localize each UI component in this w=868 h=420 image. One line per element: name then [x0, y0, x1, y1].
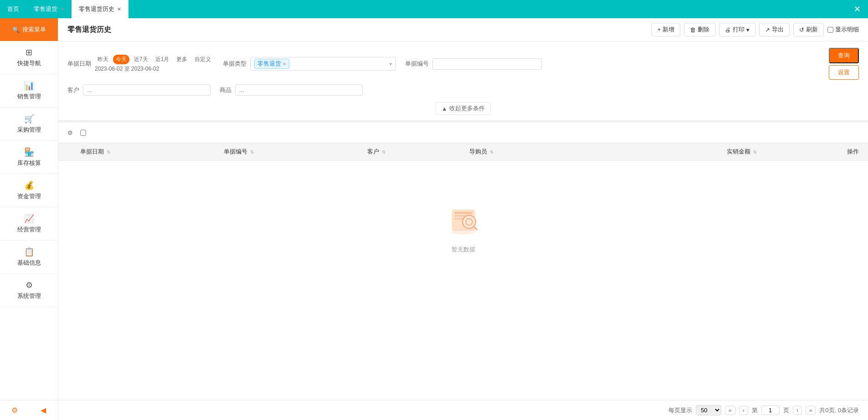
customer-label: 客户 — [67, 86, 79, 94]
doc-number-label: 单据编号 — [405, 60, 429, 68]
filter-goods: 商品 — [220, 84, 363, 96]
th-action: 操作 — [775, 143, 868, 161]
window-close-button[interactable]: ✕ — [847, 4, 868, 14]
sidebar-item-sales[interactable]: 📊 销售管理 — [0, 74, 58, 108]
th-date[interactable]: 单据日期 ⇅ — [75, 143, 218, 161]
filter-doc-type: 单据类型 零售退货 ✕ ▾ — [223, 57, 396, 71]
th-guide[interactable]: 导购员 ⇅ — [464, 143, 586, 161]
tab-retail-return-close[interactable]: ✕ — [60, 6, 64, 12]
th-customer[interactable]: 客户 ⇅ — [362, 143, 464, 161]
filter-date: 单据日期 昨天 今天 近7天 近1月 更多 自定义 2023-06-02 至 2… — [67, 55, 214, 73]
empty-state-icon — [443, 197, 484, 238]
prev-page-button[interactable]: ‹ — [739, 406, 748, 415]
date-shortcut-today[interactable]: 今天 — [113, 55, 129, 64]
pagination: 每页显示 10 20 50 100 « ‹ 第 1 页 › » 共0页, 0条记… — [58, 400, 868, 420]
goods-label: 商品 — [220, 86, 231, 94]
table-settings-button[interactable]: ⚙ — [64, 126, 77, 139]
sidebar-item-basic-info-label: 基础信息 — [17, 259, 41, 267]
tab-retail-return[interactable]: 零售退货 ✕ — [26, 0, 72, 18]
export-button[interactable]: ↗ 导出 — [759, 23, 790, 36]
doc-type-select[interactable]: 零售退货 ✕ ▾ — [250, 57, 396, 71]
empty-state-text: 暂无数据 — [452, 246, 475, 254]
pagination-summary: 共0页, 0条记录 — [819, 406, 859, 415]
date-label: 单据日期 — [67, 60, 91, 68]
data-table: 单据日期 ⇅ 单据编号 ⇅ 客户 ⇅ — [58, 143, 868, 161]
doc-type-tag-close[interactable]: ✕ — [282, 61, 286, 67]
filter-row-1: 单据日期 昨天 今天 近7天 近1月 更多 自定义 2023-06-02 至 2… — [67, 48, 859, 80]
sidebar-item-basic-info[interactable]: 📋 基础信息 — [0, 241, 58, 274]
th-doc-number[interactable]: 单据编号 ⇅ — [218, 143, 362, 161]
collapse-filter-button[interactable]: ▲ 收起更多条件 — [436, 102, 491, 115]
sidebar-settings-button[interactable]: ⚙ — [0, 400, 29, 420]
sidebar-search[interactable]: 🔍 搜索菜单 — [0, 18, 58, 41]
date-shortcuts: 昨天 今天 近7天 近1月 更多 自定义 — [95, 55, 214, 64]
page-number-input[interactable]: 1 — [761, 405, 780, 415]
page-title: 零售退货历史 — [67, 25, 111, 35]
new-button[interactable]: + 新增 — [652, 23, 680, 36]
content-area: 零售退货历史 + 新增 🗑 删除 🖨 打印 ▾ ↗ 导出 — [58, 18, 868, 420]
filter-customer: 客户 — [67, 84, 211, 96]
display-detail-checkbox[interactable] — [827, 27, 833, 33]
doc-type-arrow-icon: ▾ — [390, 61, 392, 67]
date-shortcut-1month[interactable]: 近1月 — [153, 55, 172, 64]
per-page-select[interactable]: 10 20 50 100 — [696, 405, 721, 415]
basic-info-icon: 📋 — [24, 247, 34, 257]
query-button[interactable]: 查询 — [829, 48, 859, 63]
per-page-label: 每页显示 — [668, 406, 692, 415]
doc-type-tag: 零售退货 ✕ — [254, 59, 289, 69]
sales-icon: 📊 — [24, 81, 34, 91]
sidebar-item-inventory[interactable]: 🏪 库存核算 — [0, 141, 58, 174]
page-header: 零售退货历史 + 新增 🗑 删除 🖨 打印 ▾ ↗ 导出 — [58, 18, 868, 41]
filter-area: 单据日期 昨天 今天 近7天 近1月 更多 自定义 2023-06-02 至 2… — [58, 41, 868, 121]
last-page-button[interactable]: » — [806, 406, 816, 415]
sort-guide-icon: ⇅ — [490, 149, 493, 154]
inventory-icon: 🏪 — [24, 147, 34, 157]
tab-retail-return-history-close[interactable]: ✕ — [117, 6, 121, 12]
sidebar-item-purchase[interactable]: 🛒 采购管理 — [0, 108, 58, 141]
filter-doc-number: 单据编号 — [405, 58, 542, 70]
purchase-icon: 🛒 — [24, 114, 34, 124]
setting-button[interactable]: 设置 — [829, 65, 859, 80]
system-icon: ⚙ — [26, 280, 33, 290]
table-wrapper: 单据日期 ⇅ 单据编号 ⇅ 客户 ⇅ — [58, 143, 868, 400]
sort-amount-icon: ⇅ — [753, 149, 757, 154]
tab-retail-return-history[interactable]: 零售退货历史 ✕ — [72, 0, 128, 18]
sidebar-item-shortcuts[interactable]: ⊞ 快捷导航 — [0, 41, 58, 74]
tab-list: 首页 零售退货 ✕ 零售退货历史 ✕ — [0, 0, 847, 18]
sidebar-collapse-button[interactable]: ◀ — [29, 400, 58, 420]
sort-date-icon: ⇅ — [107, 149, 110, 154]
sidebar-item-system[interactable]: ⚙ 系统管理 — [0, 274, 58, 307]
finance-icon: 💰 — [24, 180, 34, 190]
top-bar: 首页 零售退货 ✕ 零售退货历史 ✕ ✕ — [0, 0, 868, 18]
sidebar-item-purchase-label: 采购管理 — [17, 126, 41, 134]
first-page-button[interactable]: « — [725, 406, 735, 415]
th-amount[interactable]: 实销金额 ⇅ — [586, 143, 775, 161]
date-shortcut-yesterday[interactable]: 昨天 — [95, 55, 111, 64]
goods-input[interactable] — [235, 84, 363, 96]
table-header-row: 单据日期 ⇅ 单据编号 ⇅ 客户 ⇅ — [58, 143, 868, 161]
sidebar: 🔍 搜索菜单 ⊞ 快捷导航 📊 销售管理 🛒 采购管理 🏪 库存核算 💰 资金管… — [0, 18, 58, 420]
customer-input[interactable] — [83, 84, 211, 96]
print-icon: 🖨 — [725, 26, 731, 33]
display-toggle[interactable]: 显示明细 — [827, 26, 859, 34]
sidebar-item-operations-label: 经营管理 — [17, 225, 41, 234]
page-end-label: 页 — [783, 406, 789, 415]
next-page-button[interactable]: › — [793, 406, 802, 415]
date-shortcut-custom[interactable]: 自定义 — [192, 55, 214, 64]
tab-home[interactable]: 首页 — [0, 0, 26, 18]
refresh-icon: ↺ — [799, 26, 804, 33]
delete-button[interactable]: 🗑 删除 — [684, 23, 715, 36]
print-button[interactable]: 🖨 打印 ▾ — [719, 23, 755, 36]
header-actions: + 新增 🗑 删除 🖨 打印 ▾ ↗ 导出 ↺ 刷新 — [652, 23, 859, 36]
sidebar-item-operations[interactable]: 📈 经营管理 — [0, 207, 58, 241]
sidebar-item-finance[interactable]: 💰 资金管理 — [0, 174, 58, 207]
shortcuts-icon: ⊞ — [26, 47, 32, 57]
date-shortcut-more[interactable]: 更多 — [174, 55, 190, 64]
refresh-button[interactable]: ↺ 刷新 — [793, 23, 824, 36]
select-all-checkbox[interactable] — [80, 130, 86, 136]
date-shortcuts-group: 昨天 今天 近7天 近1月 更多 自定义 2023-06-02 至 2023-0… — [95, 55, 214, 73]
doc-number-input[interactable] — [432, 58, 542, 70]
search-icon: 🔍 — [12, 26, 20, 33]
sidebar-bottom: ⚙ ◀ — [0, 400, 58, 420]
date-shortcut-7days[interactable]: 近7天 — [131, 55, 151, 64]
